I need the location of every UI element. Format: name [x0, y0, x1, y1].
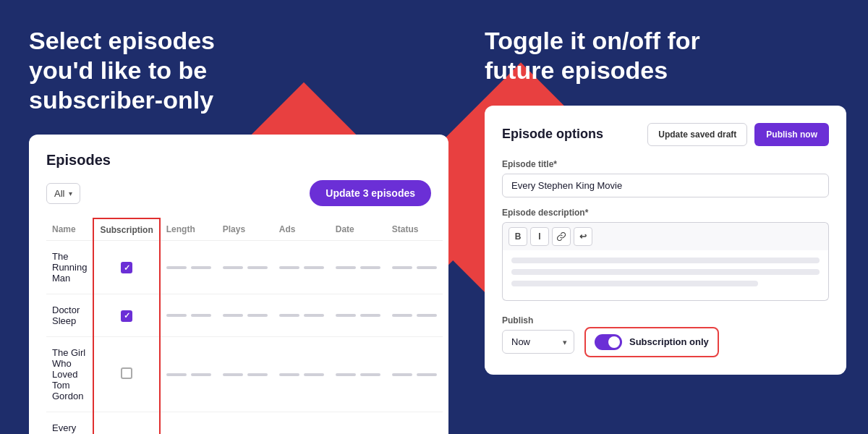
desc-line [511, 258, 820, 263]
col-status: Status [386, 218, 443, 241]
episodes-card-title: Episodes [46, 152, 431, 169]
ads-dashes [279, 314, 324, 317]
episode-name: Doctor Sleep [46, 294, 93, 337]
col-length: Length [160, 218, 217, 241]
date-dashes [336, 373, 380, 376]
dash [166, 373, 187, 376]
col-ads: Ads [273, 218, 330, 241]
episode-title-label: Episode title* [502, 159, 829, 169]
episode-desc-label: Episode description* [502, 208, 829, 218]
left-panel: Select episodes you'd like to be subscri… [0, 0, 477, 434]
dash [166, 266, 187, 269]
date-dashes [336, 314, 380, 317]
dash [191, 266, 211, 269]
subscription-only-toggle[interactable] [595, 334, 622, 350]
dash [247, 373, 268, 376]
date-cell [330, 337, 386, 412]
subscription-checkbox-cell [93, 412, 159, 434]
desc-line [511, 281, 758, 286]
status-cell [386, 241, 443, 294]
subscription-checkbox[interactable] [121, 310, 132, 322]
subscription-checkbox-cell [93, 241, 159, 294]
date-cell [330, 241, 386, 294]
update-episodes-button[interactable]: Update 3 episodes [310, 180, 431, 206]
plays-dashes [223, 266, 268, 269]
publish-select[interactable]: Now [502, 330, 574, 354]
dash [360, 373, 380, 376]
dash [392, 266, 412, 269]
episodes-table: Name Subscription Length Plays Ads Date … [46, 218, 443, 434]
ads-dashes [279, 373, 324, 376]
dash [166, 314, 187, 317]
episode-name: Every Stephen King Movie [46, 412, 93, 434]
dash [304, 266, 324, 269]
dash [247, 266, 268, 269]
dash [304, 373, 324, 376]
ads-cell [273, 412, 330, 434]
filter-label: All [54, 188, 64, 199]
link-button[interactable] [552, 227, 571, 246]
ads-cell [273, 337, 330, 412]
subscription-checkbox[interactable] [121, 367, 132, 379]
dash [191, 373, 211, 376]
dash [417, 266, 437, 269]
dash [223, 373, 243, 376]
status-cell [386, 294, 443, 337]
subscription-checkbox[interactable] [121, 262, 132, 273]
date-dashes [336, 266, 380, 269]
dash [336, 266, 356, 269]
publish-now-button[interactable]: Publish now [754, 123, 829, 146]
bold-button[interactable]: B [509, 227, 527, 246]
status-dashes [392, 266, 437, 269]
right-panel: Toggle it on/off for future episodes Epi… [477, 0, 868, 434]
chevron-down-icon: ▾ [69, 190, 72, 197]
publish-select-wrap: Now [502, 330, 574, 354]
card-toolbar: All ▾ Update 3 episodes [46, 180, 431, 206]
description-toolbar: B I ↩ [502, 222, 829, 250]
table-row: The Running Man [46, 241, 443, 294]
subscription-checkbox-cell [93, 294, 159, 337]
dash [417, 373, 437, 376]
dash [247, 314, 268, 317]
italic-button[interactable]: I [530, 227, 549, 246]
toggle-spacer-label: x [584, 312, 719, 323]
table-row: The Girl Who Loved Tom Gordon [46, 337, 443, 412]
desc-line [511, 269, 820, 275]
episode-title-input[interactable] [502, 174, 829, 197]
filter-select[interactable]: All ▾ [46, 183, 80, 204]
dash [191, 314, 211, 317]
status-cell [386, 337, 443, 412]
status-dashes [392, 373, 437, 376]
col-date: Date [330, 218, 386, 241]
left-heading: Select episodes you'd like to be subscri… [29, 26, 260, 114]
episode-options-actions: Update saved draft Publish now [647, 123, 829, 146]
subscription-only-toggle-box[interactable]: Subscription only [584, 327, 719, 357]
undo-button[interactable]: ↩ [574, 227, 592, 246]
subscription-only-label: Subscription only [629, 336, 709, 347]
plays-cell [217, 294, 273, 337]
length-dashes [166, 373, 211, 376]
episode-options-title: Episode options [502, 127, 603, 142]
length-dashes [166, 266, 211, 269]
plays-dashes [223, 314, 268, 317]
col-subscription: Subscription [93, 218, 159, 241]
dash [392, 373, 412, 376]
link-icon [557, 232, 566, 241]
dash [360, 266, 380, 269]
publish-col: Publish Now [502, 315, 574, 354]
episode-description-body[interactable] [502, 250, 829, 301]
dash [304, 314, 324, 317]
episodes-card: Episodes All ▾ Update 3 episodes Name Su… [29, 135, 448, 434]
episode-options-header: Episode options Update saved draft Publi… [502, 123, 829, 146]
plays-cell [217, 241, 273, 294]
date-cell [330, 294, 386, 337]
date-cell [330, 412, 386, 434]
status-dashes [392, 314, 437, 317]
status-cell [386, 412, 443, 434]
dash [279, 373, 299, 376]
update-draft-button[interactable]: Update saved draft [647, 123, 747, 146]
length-cell [160, 241, 217, 294]
publish-row: Publish Now x Subscription only [502, 312, 829, 357]
length-cell [160, 412, 217, 434]
subscription-checkbox-cell [93, 337, 159, 412]
